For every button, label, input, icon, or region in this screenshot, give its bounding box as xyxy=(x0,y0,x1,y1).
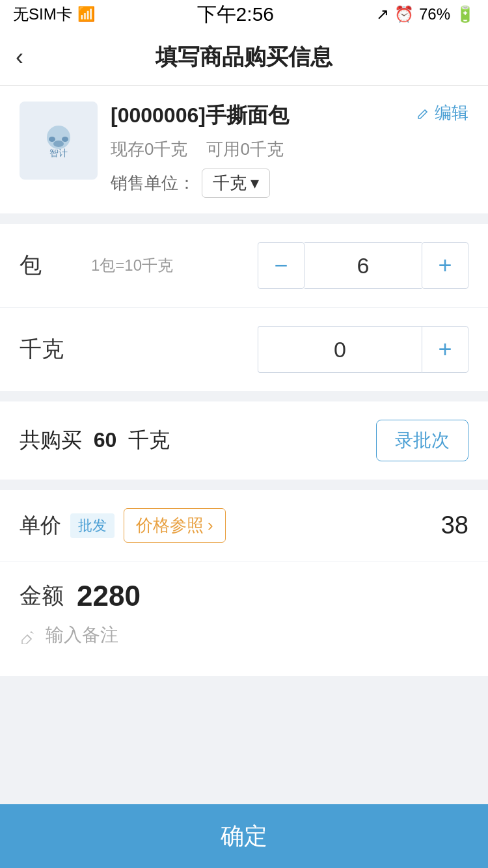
confirm-bar[interactable]: 确定 xyxy=(0,804,488,868)
price-row: 单价 批发 价格参照 › 38 xyxy=(0,490,488,562)
unit-select[interactable]: 千克 ▾ xyxy=(202,169,270,198)
kg-row: 千克 + xyxy=(0,308,488,391)
svg-point-3 xyxy=(53,141,64,147)
kg-plus-button[interactable]: + xyxy=(422,326,468,373)
amount-section: 金额 2280 输入备注 xyxy=(0,562,488,666)
status-right: ↗ ⏰ 76% 🔋 xyxy=(376,5,475,23)
svg-point-2 xyxy=(62,137,68,142)
product-logo-icon: 智计 xyxy=(39,121,78,160)
amount-row: 金额 2280 xyxy=(20,580,468,612)
edit-button[interactable]: 编辑 xyxy=(416,102,468,124)
product-name: [0000006]手撕面包 xyxy=(111,102,289,130)
amount-value: 2280 xyxy=(77,580,141,612)
total-row: 共购买 60 千克 录批次 xyxy=(0,401,488,480)
price-left: 单价 批发 价格参照 › xyxy=(20,508,226,543)
bao-controls: − + xyxy=(258,242,468,289)
bao-plus-button[interactable]: + xyxy=(422,242,468,289)
wifi-icon: 📶 xyxy=(77,6,95,23)
battery-icon: 🔋 xyxy=(455,5,475,23)
confirm-button[interactable]: 确定 xyxy=(221,821,267,852)
kg-label: 千克 xyxy=(20,334,85,364)
kg-input[interactable] xyxy=(258,326,422,373)
bao-row: 包 1包=10千克 − + xyxy=(0,224,488,308)
price-label: 单价 xyxy=(20,511,61,540)
product-info: [0000006]手撕面包 编辑 现存0千克 可用0千克 销售单位： xyxy=(111,102,468,198)
quantity-section: 包 1包=10千克 − + 千克 + xyxy=(0,224,488,391)
note-placeholder: 输入备注 xyxy=(46,623,118,647)
amount-label: 金额 xyxy=(20,581,64,611)
bao-label: 包 xyxy=(20,251,85,280)
price-value: 38 xyxy=(441,511,468,539)
bao-minus-button[interactable]: − xyxy=(258,242,305,289)
price-ref-button[interactable]: 价格参照 › xyxy=(124,508,226,543)
nav-bar: ‹ 填写商品购买信息 xyxy=(0,29,488,86)
sim-status: 无SIM卡 xyxy=(13,4,72,25)
price-badge: 批发 xyxy=(70,513,115,538)
svg-point-1 xyxy=(49,137,55,142)
status-time: 下午2:56 xyxy=(197,1,274,28)
price-section: 单价 批发 价格参照 › 38 金额 2280 输入备注 xyxy=(0,490,488,676)
pencil-icon xyxy=(20,626,38,644)
edit-icon xyxy=(416,106,431,120)
svg-text:智计: 智计 xyxy=(49,148,68,158)
location-icon: ↗ xyxy=(376,5,389,23)
product-image: 智计 xyxy=(20,102,98,180)
alarm-icon: ⏰ xyxy=(394,5,414,23)
bao-hint: 1包=10千克 xyxy=(91,255,258,276)
chevron-down-icon: ▾ xyxy=(251,173,259,193)
battery-level: 76% xyxy=(419,5,450,23)
total-text: 共购买 60 千克 xyxy=(20,426,170,455)
note-row[interactable]: 输入备注 xyxy=(20,623,468,647)
product-card: 智计 [0000006]手撕面包 编辑 现存0千克 可用0千克 xyxy=(0,86,488,213)
bao-input[interactable] xyxy=(305,242,422,289)
page-title: 填写商品购买信息 xyxy=(156,42,332,72)
kg-controls: + xyxy=(258,326,468,373)
batch-button[interactable]: 录批次 xyxy=(376,420,468,461)
total-amount: 60 xyxy=(94,428,117,452)
product-stock: 现存0千克 可用0千克 xyxy=(111,138,468,161)
status-left: 无SIM卡 📶 xyxy=(13,4,95,25)
status-bar: 无SIM卡 📶 下午2:56 ↗ ⏰ 76% 🔋 xyxy=(0,0,488,29)
back-button[interactable]: ‹ xyxy=(16,44,23,71)
product-unit-row: 销售单位： 千克 ▾ xyxy=(111,169,468,198)
chevron-right-icon: › xyxy=(208,515,213,536)
